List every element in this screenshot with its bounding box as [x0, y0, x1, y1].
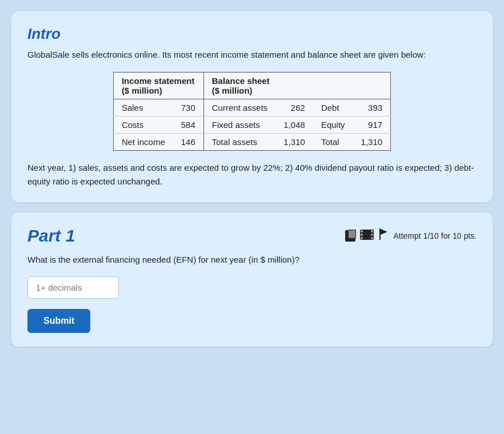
financial-table-wrap: Income statement ($ million) Balance she… [27, 72, 477, 151]
efn-input[interactable] [27, 276, 119, 299]
submit-button[interactable]: Submit [27, 309, 90, 333]
bs-label-equity: Equity [313, 116, 353, 133]
flag-icon[interactable] [378, 228, 389, 243]
is-value-costs: 584 [173, 116, 204, 133]
bs-value-total-assets: 1,310 [275, 133, 313, 150]
svg-marker-8 [381, 229, 387, 235]
is-value-net-income: 146 [173, 133, 204, 150]
is-label-net-income: Net income [113, 133, 173, 150]
attempt-label: Attempt 1/10 for 10 pts. [393, 231, 477, 240]
intro-note: Next year, 1) sales, assets and costs ar… [27, 161, 477, 188]
table-row: Costs 584 Fixed assets 1,048 Equity 917 [113, 116, 390, 133]
income-statement-header: Income statement ($ million) [113, 72, 203, 99]
svg-rect-7 [379, 228, 381, 240]
bs-label-total-assets: Total assets [203, 133, 275, 150]
bs-label-debt: Debt [313, 99, 353, 116]
bs-label-fixed-assets: Fixed assets [203, 116, 275, 133]
balance-sheet-header: Balance sheet ($ million) [203, 72, 390, 99]
bs-value-current-assets: 262 [275, 99, 313, 116]
svg-rect-4 [371, 230, 373, 232]
svg-rect-3 [361, 237, 363, 239]
svg-rect-5 [371, 234, 373, 236]
table-row: Net income 146 Total assets 1,310 Total … [113, 133, 390, 150]
is-value-sales: 730 [173, 99, 204, 116]
bs-value-equity: 917 [353, 116, 391, 133]
svg-rect-2 [361, 234, 363, 236]
svg-rect-1 [361, 230, 363, 232]
bs-value-fixed-assets: 1,048 [275, 116, 313, 133]
part1-card: Part 1 [11, 212, 493, 347]
video-icon[interactable] [360, 230, 374, 242]
bs-value-debt: 393 [353, 99, 391, 116]
bs-value-total: 1,310 [353, 133, 391, 150]
is-label-sales: Sales [113, 99, 173, 116]
intro-title: Intro [27, 25, 477, 43]
is-label-costs: Costs [113, 116, 173, 133]
bs-label-current-assets: Current assets [203, 99, 275, 116]
bs-label-total: Total [313, 133, 353, 150]
intro-card: Intro GlobalSale sells electronics onlin… [11, 11, 493, 202]
svg-rect-6 [371, 237, 373, 239]
table-row: Sales 730 Current assets 262 Debt 393 [113, 99, 390, 116]
part1-meta: Attempt 1/10 for 10 pts. [345, 228, 477, 243]
part1-title: Part 1 [27, 226, 75, 246]
financial-table: Income statement ($ million) Balance she… [113, 72, 391, 151]
part1-question: What is the external financing needed (E… [27, 254, 477, 267]
copy-icon[interactable] [345, 230, 355, 242]
part1-header: Part 1 [27, 226, 477, 246]
intro-description: GlobalSale sells electronics online. Its… [27, 49, 477, 62]
